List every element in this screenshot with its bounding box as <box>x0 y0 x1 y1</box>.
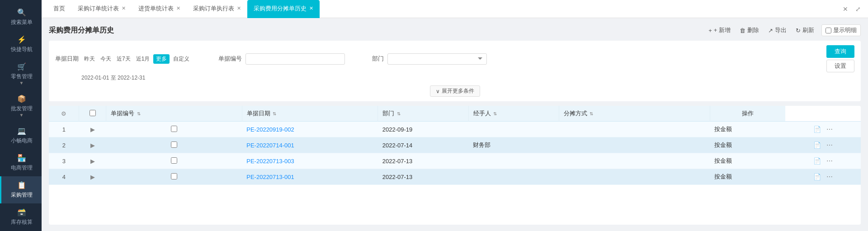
row-more-icon-0[interactable]: ⋯ <box>826 125 834 134</box>
tab-purchase-order-stats[interactable]: 采购订单统计表✕ <box>71 0 132 18</box>
close-window-icon[interactable]: ✕ <box>841 5 850 14</box>
row-expand-0[interactable]: ▶ <box>79 122 106 137</box>
sidebar-label-xiaoshang: 小畅电商 <box>11 137 33 145</box>
shortcut-more[interactable]: 更多 <box>153 54 170 64</box>
col-op-label: 操作 <box>742 110 754 117</box>
doc-no-link-2[interactable]: PE-20220713-003 <box>246 158 294 165</box>
col-handler-header[interactable]: 经手人 ⇅ <box>468 106 559 122</box>
row-doc-no-0[interactable]: PE-20220919-002 <box>242 122 377 137</box>
row-more-icon-1[interactable]: ⋯ <box>826 141 834 150</box>
row-op-2: 📄 ⋯ <box>785 153 861 169</box>
row-method-1: 按金额 <box>710 137 785 153</box>
content-area: 采购费用分摊单历史 + + 新增 🗑 删除 ↗ 导出 ↻ 刷新 <box>42 18 868 231</box>
expand-button[interactable]: ∨ 展开更多条件 <box>430 85 480 97</box>
sidebar-item-search[interactable]: 🔍 搜索菜单 <box>0 4 42 31</box>
shortcut-custom[interactable]: 自定义 <box>171 54 191 64</box>
sidebar-item-inventory[interactable]: 🗃️ 库存核算 <box>0 203 42 231</box>
shortcut-today[interactable]: 今天 <box>99 54 113 64</box>
sidebar-label-purchase: 采购管理 <box>11 191 33 199</box>
filter-area: 单据日期 昨天 今天 近7天 近1月 更多 自定义 单据编号 <box>49 41 861 101</box>
sidebar-icon-retail: 🛒 <box>17 62 26 71</box>
toolbar: + + 新增 🗑 删除 ↗ 导出 ↻ 刷新 显示明细 <box>707 24 861 36</box>
row-more-icon-3[interactable]: ⋯ <box>826 172 834 181</box>
tab-purchase-receive-stats[interactable]: 进货单统计表✕ <box>132 0 187 18</box>
sidebar-item-wholesale[interactable]: 📦 批发管理 ▼ <box>0 90 42 122</box>
row-checkbox-0[interactable] <box>171 126 177 132</box>
tab-close-purchase-cost-split[interactable]: ✕ <box>309 5 313 11</box>
row-more-icon-2[interactable]: ⋯ <box>826 156 834 165</box>
row-method-0: 按金额 <box>710 122 785 137</box>
tab-close-purchase-receive-stats[interactable]: ✕ <box>176 5 180 11</box>
row-checkbox-1[interactable] <box>171 141 177 148</box>
tab-purchase-cost-split[interactable]: 采购费用分摊单历史✕ <box>247 0 320 18</box>
doc-no-label: 单据编号 <box>218 55 242 63</box>
doc-no-link-3[interactable]: PE-20220713-001 <box>246 174 294 180</box>
row-view-icon-1[interactable]: 📄 <box>812 141 822 150</box>
row-doc-no-1[interactable]: PE-20220714-001 <box>242 137 377 153</box>
dept-label: 部门 <box>372 55 384 63</box>
sidebar-item-ecommerce[interactable]: 🏪 电商管理 <box>0 149 42 176</box>
sidebar-label-shortcut: 快捷导航 <box>11 46 33 53</box>
date-shortcuts: 昨天 今天 近7天 近1月 更多 自定义 <box>82 54 191 64</box>
col-date-sort-icon: ⇅ <box>273 111 276 116</box>
shortcut-7days[interactable]: 近7天 <box>115 54 132 64</box>
tab-label-purchase-order-stats: 采购订单统计表 <box>78 5 119 13</box>
row-check-1 <box>106 137 242 153</box>
row-check-2 <box>106 153 242 169</box>
sidebar-label-retail: 零售管理 <box>11 73 33 80</box>
col-date-header[interactable]: 单据日期 ⇅ <box>242 106 377 122</box>
dept-select[interactable]: 财务部 <box>387 53 487 65</box>
tab-label-purchase-receive-stats: 进货单统计表 <box>138 5 174 13</box>
doc-no-input[interactable] <box>245 53 345 65</box>
row-checkbox-2[interactable] <box>171 157 177 164</box>
main-content: 首页采购订单统计表✕进货单统计表✕采购订单执行表✕采购费用分摊单历史✕ ✕ ⤢ … <box>42 0 868 231</box>
tab-purchase-order-exec[interactable]: 采购订单执行表✕ <box>187 0 247 18</box>
check-all-checkbox[interactable] <box>90 110 96 116</box>
query-button[interactable]: 查询 <box>826 45 854 58</box>
sidebar-icon-inventory: 🗃️ <box>17 208 26 217</box>
maximize-icon[interactable]: ⤢ <box>854 5 863 14</box>
filter-buttons: 查询 设置 <box>826 45 854 72</box>
col-op-header: 操作 <box>710 106 785 122</box>
add-button[interactable]: + + 新增 <box>707 25 732 35</box>
row-checkbox-3[interactable] <box>171 173 177 179</box>
shortcut-1month[interactable]: 近1月 <box>134 54 152 64</box>
export-button[interactable]: ↗ 导出 <box>766 25 788 35</box>
row-date-0: 2022-09-19 <box>378 122 468 137</box>
row-method-3: 按金额 <box>710 169 785 185</box>
row-view-icon-0[interactable]: 📄 <box>812 125 822 134</box>
row-doc-no-3[interactable]: PE-20220713-001 <box>242 169 377 185</box>
row-expand-1[interactable]: ▶ <box>79 137 106 153</box>
row-view-icon-2[interactable]: 📄 <box>812 156 822 165</box>
sidebar-item-xiaoshang[interactable]: 💻 小畅电商 <box>0 122 42 149</box>
doc-no-link-0[interactable]: PE-20220919-002 <box>246 126 294 133</box>
doc-no-link-1[interactable]: PE-20220714-001 <box>246 142 294 149</box>
refresh-button[interactable]: ↻ 刷新 <box>794 25 816 35</box>
row-check-3 <box>106 169 242 185</box>
col-dept-header[interactable]: 部门 ⇅ <box>378 106 468 122</box>
row-expand-2[interactable]: ▶ <box>79 153 106 169</box>
tab-close-purchase-order-exec[interactable]: ✕ <box>237 5 241 11</box>
row-expand-3[interactable]: ▶ <box>79 169 106 185</box>
tab-home[interactable]: 首页 <box>47 0 71 18</box>
shortcut-yesterday[interactable]: 昨天 <box>82 54 97 64</box>
row-doc-no-2[interactable]: PE-20220713-003 <box>242 153 377 169</box>
sidebar-item-retail[interactable]: 🛒 零售管理 ▼ <box>0 58 42 90</box>
delete-button[interactable]: 🗑 删除 <box>738 25 761 35</box>
sidebar-item-shortcut[interactable]: ⚡ 快捷导航 <box>0 31 42 58</box>
set-button[interactable]: 设置 <box>826 60 854 72</box>
col-method-label: 分摊方式 <box>564 110 587 117</box>
col-method-header[interactable]: 分摊方式 ⇅ <box>559 106 710 122</box>
tab-close-purchase-order-stats[interactable]: ✕ <box>122 5 126 11</box>
expand-row: ∨ 展开更多条件 <box>55 85 854 97</box>
show-cols-button[interactable]: 显示明细 <box>821 24 861 36</box>
sidebar-item-purchase[interactable]: 📋 采购管理 <box>0 176 42 203</box>
column-settings-icon[interactable]: ⚙ <box>61 110 66 117</box>
date-filter: 单据日期 昨天 今天 近7天 近1月 更多 自定义 <box>55 54 191 64</box>
col-doc-no-header[interactable]: 单据编号 ⇅ <box>106 106 242 122</box>
tab-label-purchase-cost-split: 采购费用分摊单历史 <box>254 5 307 13</box>
row-view-icon-3[interactable]: 📄 <box>812 172 822 181</box>
sidebar-arrow-wholesale: ▼ <box>19 113 24 118</box>
show-cols-checkbox[interactable] <box>826 28 831 33</box>
row-check-0 <box>106 122 242 137</box>
